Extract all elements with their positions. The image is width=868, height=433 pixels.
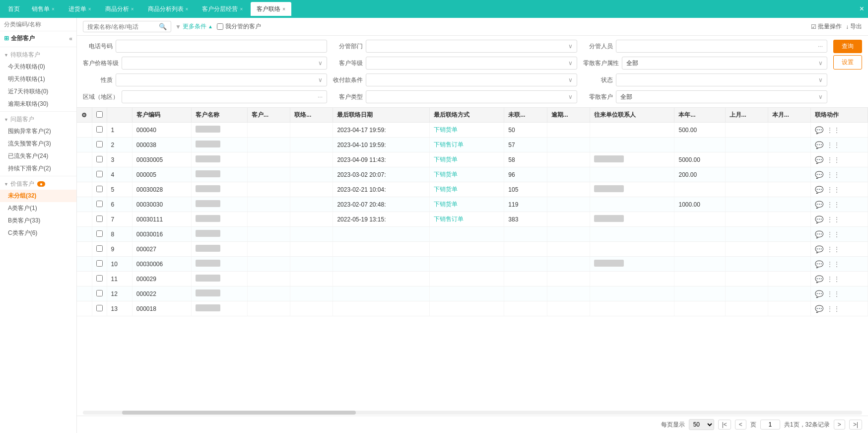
main-search-input[interactable] <box>87 23 157 30</box>
th-contacts[interactable]: 往来单位联系人 <box>590 108 674 123</box>
th-type[interactable]: 客户... <box>248 108 290 123</box>
row-checkbox[interactable] <box>96 260 103 267</box>
page-input[interactable] <box>760 420 780 430</box>
td-check[interactable] <box>92 138 107 152</box>
td-check[interactable] <box>92 287 107 301</box>
sidebar-all-customers[interactable]: ⊞全部客户 « <box>0 31 76 46</box>
tab-customer-segment[interactable]: 客户分层经营 × <box>196 2 249 16</box>
th-uncontacted[interactable]: 未联... <box>504 108 547 123</box>
close-tab-product-list[interactable]: × <box>186 6 189 12</box>
nav-home[interactable]: 首页 <box>4 3 24 15</box>
row-checkbox[interactable] <box>96 171 103 177</box>
row-checkbox[interactable] <box>96 230 103 237</box>
row-checkbox[interactable] <box>96 245 103 252</box>
customer-type-select[interactable]: ∨ <box>366 90 577 103</box>
price-level-select[interactable]: ∨ <box>122 57 327 70</box>
select-all-checkbox[interactable] <box>96 111 103 118</box>
more-icon[interactable]: ⋮⋮ <box>826 171 840 179</box>
last-method-link[interactable]: 下销货单 <box>434 186 458 193</box>
more-conditions-btn[interactable]: ▼ 更多条件 ▲ <box>175 22 213 31</box>
sidebar-item-class-c[interactable]: C类客户(6) <box>0 227 76 239</box>
export-btn[interactable]: ↓ 导出 <box>846 22 862 31</box>
td-check[interactable] <box>92 301 107 316</box>
manager-select[interactable]: ··· <box>616 40 827 53</box>
row-checkbox[interactable] <box>96 290 103 296</box>
tab-customer-contact[interactable]: 客户联络 × <box>251 2 291 16</box>
close-tab-customer-contact[interactable]: × <box>282 6 285 12</box>
last-method-link[interactable]: 下销货单 <box>434 156 458 163</box>
tab-purchase[interactable]: 进货单 × <box>63 2 97 16</box>
th-action[interactable]: 联络动作 <box>810 108 868 123</box>
th-contact[interactable]: 联络... <box>290 108 333 123</box>
chat-icon[interactable]: 💬 <box>815 230 823 238</box>
more-icon[interactable]: ⋮⋮ <box>826 126 840 134</box>
th-name[interactable]: 客户名称 <box>191 108 247 123</box>
td-check[interactable] <box>92 257 107 272</box>
sidebar-item-tomorrow[interactable]: 明天待联络(1) <box>0 73 76 85</box>
chat-icon[interactable]: 💬 <box>815 216 823 223</box>
main-search-icon[interactable]: 🔍 <box>159 23 167 30</box>
row-checkbox[interactable] <box>96 275 103 282</box>
first-page-btn[interactable]: |< <box>718 420 731 430</box>
sidebar-item-overdue[interactable]: 逾期未联络(30) <box>0 98 76 110</box>
nature-select[interactable]: ∨ <box>116 73 327 86</box>
last-page-btn[interactable]: >| <box>849 420 862 430</box>
sidebar-item-class-a[interactable]: A类客户(1) <box>0 202 76 215</box>
close-tab-customer-segment[interactable]: × <box>240 6 243 12</box>
my-customers-checkbox[interactable] <box>217 23 223 30</box>
scroll-track[interactable] <box>83 411 862 415</box>
th-settings[interactable]: ⚙ <box>77 108 92 123</box>
th-last-date[interactable]: 最后联络日期 <box>333 108 430 123</box>
close-tab-sales[interactable]: × <box>52 6 55 12</box>
reset-button[interactable]: 设置 <box>833 55 862 70</box>
td-check[interactable] <box>92 242 107 257</box>
td-check[interactable] <box>92 197 107 212</box>
horizontal-scrollbar[interactable] <box>77 410 868 416</box>
scroll-thumb[interactable] <box>122 411 356 415</box>
region-select[interactable]: ··· <box>122 90 327 103</box>
tab-sales[interactable]: 销售单 × <box>26 2 61 16</box>
more-icon[interactable]: ⋮⋮ <box>826 230 840 238</box>
close-all-tabs[interactable]: × <box>860 4 864 13</box>
chat-icon[interactable]: 💬 <box>815 186 823 194</box>
td-check[interactable] <box>92 272 107 287</box>
chat-icon[interactable]: 💬 <box>815 260 823 268</box>
sidebar-item-declining[interactable]: 持续下滑客户(2) <box>0 162 76 175</box>
chat-icon[interactable]: 💬 <box>815 201 823 209</box>
chat-icon[interactable]: 💬 <box>815 290 823 298</box>
last-method-link[interactable]: 下销货单 <box>434 201 458 208</box>
sidebar-item-churn-warning[interactable]: 流失预警客户(3) <box>0 138 76 150</box>
td-check[interactable] <box>92 123 107 138</box>
tab-product-analysis-list[interactable]: 商品分析列表 × <box>142 2 195 16</box>
th-overdue[interactable]: 逾期... <box>547 108 590 123</box>
close-tab-product-analysis[interactable]: × <box>131 6 134 12</box>
status-select[interactable]: ∨ <box>616 73 827 86</box>
query-button[interactable]: 查询 <box>833 40 862 53</box>
group-value-customers[interactable]: ▼ 价值客户 ● <box>0 177 76 190</box>
sidebar-item-ungroup[interactable]: 未分组(32) <box>0 190 76 202</box>
sidebar-item-class-b[interactable]: B类客户(33) <box>0 215 76 227</box>
more-icon[interactable]: ⋮⋮ <box>826 245 840 253</box>
more-icon[interactable]: ⋮⋮ <box>826 305 840 313</box>
sidebar-item-7days[interactable]: 近7天待联络(0) <box>0 85 76 98</box>
chat-icon[interactable]: 💬 <box>815 156 823 164</box>
more-icon[interactable]: ⋮⋮ <box>826 216 840 223</box>
th-code[interactable]: 客户编码 <box>132 108 191 123</box>
phone-input[interactable] <box>116 40 327 53</box>
tab-product-analysis[interactable]: 商品分析 × <box>99 2 140 16</box>
td-check[interactable] <box>92 212 107 227</box>
last-method-link[interactable]: 下销售订单 <box>434 216 464 222</box>
td-check[interactable] <box>92 227 107 242</box>
scatter-select[interactable]: 全部 ∨ <box>616 90 827 103</box>
row-checkbox[interactable] <box>96 201 103 207</box>
chat-icon[interactable]: 💬 <box>815 275 823 283</box>
sidebar-item-today[interactable]: 今天待联络(0) <box>0 61 76 73</box>
batch-op-btn[interactable]: ☑ 批量操作 <box>811 22 842 31</box>
row-checkbox[interactable] <box>96 126 103 133</box>
group-pending-contact[interactable]: ▼ 待联络客户 <box>0 48 76 61</box>
th-check[interactable] <box>92 108 107 123</box>
row-checkbox[interactable] <box>96 156 103 162</box>
chat-icon[interactable]: 💬 <box>815 141 823 149</box>
scatter-attr-select[interactable]: 全部 ∨ <box>622 57 827 70</box>
close-tab-purchase[interactable]: × <box>88 6 91 12</box>
